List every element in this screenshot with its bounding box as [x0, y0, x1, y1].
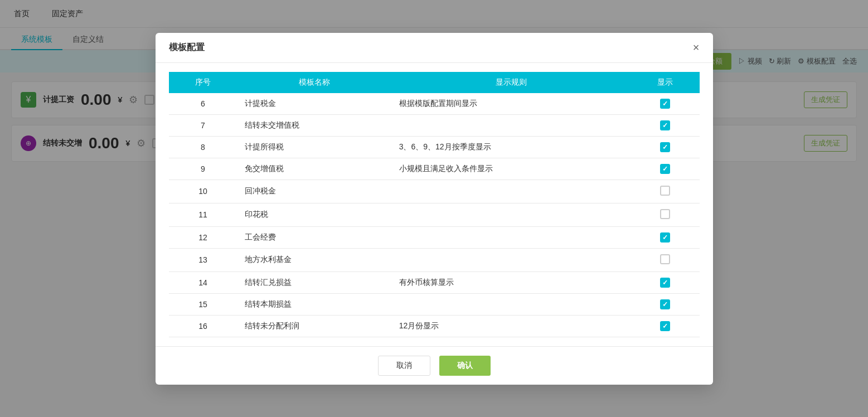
cell-check-7 — [631, 248, 700, 271]
checkbox-6[interactable] — [660, 232, 670, 243]
table-row: 14结转汇兑损益有外币核算显示 — [169, 271, 700, 293]
cell-rule-10: 12月份显示 — [391, 315, 631, 337]
cell-seq-4: 10 — [169, 180, 237, 203]
checkbox-8[interactable] — [660, 278, 670, 288]
cell-check-1 — [631, 114, 700, 136]
table-row: 7结转未交增值税 — [169, 114, 700, 136]
col-seq: 序号 — [169, 72, 237, 93]
template-config-modal: 模板配置 × 序号 模板名称 显示规则 显示 6计提税金根据模版配置期间显 — [156, 33, 713, 385]
table-row: 10回冲税金 — [169, 180, 700, 203]
cell-rule-6 — [391, 226, 631, 248]
cell-name-10: 结转未分配利润 — [237, 315, 391, 337]
modal-overlay: 模板配置 × 序号 模板名称 显示规则 显示 6计提税金根据模版配置期间显 — [0, 0, 868, 417]
cell-check-5 — [631, 203, 700, 226]
cell-rule-1 — [391, 114, 631, 136]
table-row: 9免交增值税小规模且满足收入条件显示 — [169, 158, 700, 180]
col-name: 模板名称 — [237, 72, 391, 93]
table-row: 6计提税金根据模版配置期间显示 — [169, 93, 700, 115]
cell-check-0 — [631, 93, 700, 115]
cancel-button[interactable]: 取消 — [378, 356, 430, 376]
cell-name-7: 地方水利基金 — [237, 248, 391, 271]
cell-seq-1: 7 — [169, 114, 237, 136]
cell-name-4: 回冲税金 — [237, 180, 391, 203]
cell-name-3: 免交增值税 — [237, 158, 391, 180]
cell-seq-6: 12 — [169, 226, 237, 248]
cell-name-5: 印花税 — [237, 203, 391, 226]
modal-header: 模板配置 × — [156, 33, 713, 63]
cell-rule-9 — [391, 293, 631, 315]
table-row: 12工会经费 — [169, 226, 700, 248]
cell-seq-9: 15 — [169, 293, 237, 315]
cell-seq-5: 11 — [169, 203, 237, 226]
cell-seq-8: 14 — [169, 271, 237, 293]
cell-seq-2: 8 — [169, 136, 237, 158]
cell-check-2 — [631, 136, 700, 158]
cell-check-10 — [631, 315, 700, 337]
cell-check-4 — [631, 180, 700, 203]
checkbox-7[interactable] — [660, 254, 670, 264]
cell-name-8: 结转汇兑损益 — [237, 271, 391, 293]
cell-seq-7: 13 — [169, 248, 237, 271]
table-row: 15结转本期损益 — [169, 293, 700, 315]
table-row: 16结转未分配利润12月份显示 — [169, 315, 700, 337]
checkbox-1[interactable] — [660, 120, 670, 130]
cell-seq-0: 6 — [169, 93, 237, 115]
checkbox-3[interactable] — [660, 164, 670, 174]
modal-body: 序号 模板名称 显示规则 显示 6计提税金根据模版配置期间显示7结转未交增值税8… — [156, 63, 713, 346]
cell-check-6 — [631, 226, 700, 248]
cell-seq-10: 16 — [169, 315, 237, 337]
cell-rule-4 — [391, 180, 631, 203]
cell-name-1: 结转未交增值税 — [237, 114, 391, 136]
table-header-row: 序号 模板名称 显示规则 显示 — [169, 72, 700, 93]
modal-footer: 取消 确认 — [156, 346, 713, 385]
table-row: 8计提所得税3、6、9、12月按季度显示 — [169, 136, 700, 158]
cell-check-3 — [631, 158, 700, 180]
cell-rule-7 — [391, 248, 631, 271]
cell-name-0: 计提税金 — [237, 93, 391, 115]
confirm-button[interactable]: 确认 — [439, 356, 491, 376]
col-rule: 显示规则 — [391, 72, 631, 93]
checkbox-0[interactable] — [660, 99, 670, 109]
cell-check-8 — [631, 271, 700, 293]
cell-rule-5 — [391, 203, 631, 226]
checkbox-4[interactable] — [660, 186, 670, 196]
cell-rule-8: 有外币核算显示 — [391, 271, 631, 293]
checkbox-10[interactable] — [660, 321, 670, 331]
modal-close-button[interactable]: × — [693, 42, 700, 53]
cell-check-9 — [631, 293, 700, 315]
cell-name-9: 结转本期损益 — [237, 293, 391, 315]
checkbox-2[interactable] — [660, 142, 670, 152]
table-row: 11印花税 — [169, 203, 700, 226]
checkbox-9[interactable] — [660, 299, 670, 309]
cell-seq-3: 9 — [169, 158, 237, 180]
table-row: 13地方水利基金 — [169, 248, 700, 271]
cell-rule-0: 根据模版配置期间显示 — [391, 93, 631, 115]
checkbox-5[interactable] — [660, 209, 670, 219]
config-table: 序号 模板名称 显示规则 显示 6计提税金根据模版配置期间显示7结转未交增值税8… — [169, 72, 700, 337]
cell-rule-2: 3、6、9、12月按季度显示 — [391, 136, 631, 158]
cell-name-6: 工会经费 — [237, 226, 391, 248]
table-scroll-container[interactable]: 序号 模板名称 显示规则 显示 6计提税金根据模版配置期间显示7结转未交增值税8… — [169, 72, 700, 337]
cell-name-2: 计提所得税 — [237, 136, 391, 158]
cell-rule-3: 小规模且满足收入条件显示 — [391, 158, 631, 180]
col-display: 显示 — [631, 72, 700, 93]
modal-title: 模板配置 — [169, 42, 205, 54]
